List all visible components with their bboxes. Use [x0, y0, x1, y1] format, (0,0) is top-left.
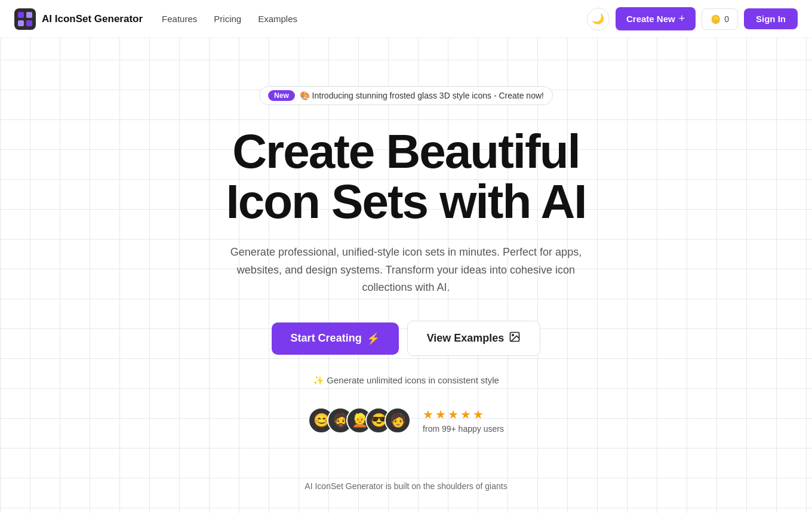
brand-logo [14, 8, 36, 30]
star-2: ★ [435, 407, 446, 422]
gallery-icon [509, 331, 521, 346]
credits-count: 0 [724, 14, 729, 24]
svg-rect-4 [26, 20, 32, 26]
star-rating: ★ ★ ★ ★ ★ [423, 407, 484, 422]
nav-left: AI IconSet Generator Features Pricing Ex… [14, 8, 297, 30]
star-5: ★ [473, 407, 484, 422]
nav-features[interactable]: Features [162, 14, 197, 24]
hero-buttons: Start Creating ⚡ View Examples [272, 321, 541, 356]
hero-subtitle: Generate professional, unified-style ico… [215, 244, 597, 297]
star-3: ★ [448, 407, 459, 422]
user-avatars: 😊 🧔 👱 😎 🧑 [308, 407, 411, 434]
svg-point-6 [512, 334, 514, 336]
svg-rect-3 [18, 20, 24, 26]
hero-title-line2: Icon Sets with AI [226, 175, 586, 228]
nav-links: Features Pricing Examples [162, 14, 297, 24]
hero-title-line1: Create Beautiful [232, 125, 579, 178]
footer-tagline: AI IconSet Generator is built on the sho… [0, 469, 812, 503]
create-new-button[interactable]: Create New + [616, 7, 696, 30]
nav-examples[interactable]: Examples [258, 14, 297, 24]
badge-new-label: New [268, 90, 295, 101]
credits-icon: 🪙 [710, 14, 721, 24]
hero-title: Create Beautiful Icon Sets with AI [226, 127, 586, 227]
nav-right: 🌙 Create New + 🪙 0 Sign In [587, 7, 798, 30]
signin-button[interactable]: Sign In [744, 8, 798, 29]
star-1: ★ [423, 407, 433, 422]
svg-rect-2 [26, 12, 32, 18]
plus-icon: + [679, 13, 685, 25]
star-4: ★ [460, 407, 471, 422]
nav-pricing[interactable]: Pricing [214, 14, 241, 24]
navbar: AI IconSet Generator Features Pricing Ex… [0, 0, 812, 38]
avatar-5: 🧑 [385, 407, 411, 434]
hero-feature-text: ✨ Generate unlimited icons in consistent… [313, 375, 499, 386]
start-creating-button[interactable]: Start Creating ⚡ [272, 322, 399, 355]
theme-toggle-button[interactable]: 🌙 [587, 8, 610, 30]
rating-text: from 99+ happy users [423, 424, 504, 434]
brand-logo-link[interactable]: AI IconSet Generator [14, 8, 143, 30]
start-creating-label: Start Creating [291, 332, 362, 345]
rating-block: ★ ★ ★ ★ ★ from 99+ happy users [423, 407, 504, 434]
view-examples-label: View Examples [427, 332, 505, 345]
credits-button[interactable]: 🪙 0 [702, 8, 738, 30]
hero-section: New 🎨 Introducing stunning frosted glass… [0, 38, 812, 469]
svg-rect-1 [18, 12, 24, 18]
create-new-label: Create New [626, 14, 675, 24]
view-examples-button[interactable]: View Examples [407, 321, 541, 356]
brand-name: AI IconSet Generator [42, 13, 143, 25]
lightning-icon: ⚡ [367, 332, 380, 345]
announcement-badge: New 🎨 Introducing stunning frosted glass… [259, 86, 553, 105]
hero-social-proof: 😊 🧔 👱 😎 🧑 ★ ★ ★ ★ ★ from 99+ happy users [308, 407, 504, 434]
badge-text: 🎨 Introducing stunning frosted glass 3D … [300, 91, 544, 100]
